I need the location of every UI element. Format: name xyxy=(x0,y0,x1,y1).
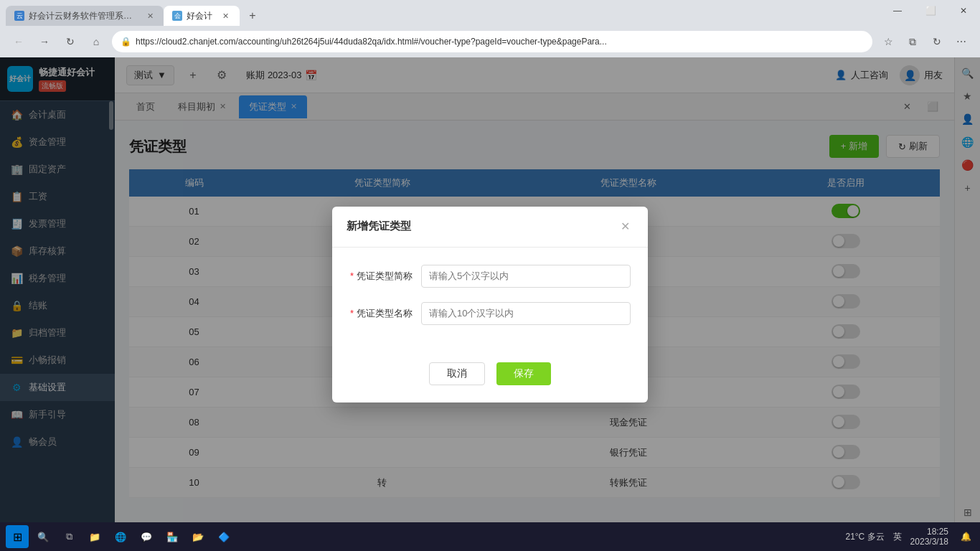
dialog-new-voucher-type: 新增凭证类型 ✕ *凭证类型简称 *凭证类型名称 取消 保存 xyxy=(332,207,648,402)
weather-info: 21°C 多云 xyxy=(845,531,884,543)
dialog-body: *凭证类型简称 *凭证类型名称 xyxy=(332,248,648,351)
dialog-close-button[interactable]: ✕ xyxy=(616,218,633,235)
cancel-button[interactable]: 取消 xyxy=(429,362,485,385)
tab-favicon-1: 云 xyxy=(14,11,24,21)
clock[interactable]: 18:25 2023/3/18 xyxy=(910,527,948,547)
start-button[interactable]: ⊞ xyxy=(6,525,29,548)
dialog-header: 新增凭证类型 ✕ xyxy=(332,207,648,248)
forward-button[interactable]: → xyxy=(34,32,55,52)
reload-button[interactable]: ↻ xyxy=(60,32,80,52)
notification-area[interactable]: 🔔 xyxy=(957,528,974,545)
windows-icon: ⊞ xyxy=(13,530,22,544)
form-row-abbr: *凭证类型简称 xyxy=(349,265,631,288)
date-display: 2023/3/18 xyxy=(910,537,948,547)
chrome-taskbar-button[interactable]: 🌐 xyxy=(109,525,132,548)
name-label: *凭证类型名称 xyxy=(349,307,421,320)
extensions-icon[interactable]: ⧉ xyxy=(903,32,923,52)
tab-close-1[interactable]: ✕ xyxy=(145,10,155,22)
new-tab-button[interactable]: + xyxy=(242,6,263,26)
dialog-overlay: 新增凭证类型 ✕ *凭证类型简称 *凭证类型名称 取消 保存 xyxy=(0,57,980,551)
folder-taskbar-button[interactable]: 📂 xyxy=(187,525,209,548)
lang-indicator: 英 xyxy=(893,531,902,543)
name-input[interactable] xyxy=(421,302,631,325)
address-bar[interactable]: 🔒 https://cloud2.chanjet.com/accounting/… xyxy=(112,31,872,52)
task-view-button[interactable]: ⧉ xyxy=(57,525,80,548)
abbr-label: *凭证类型简称 xyxy=(349,270,421,283)
abbr-required-mark: * xyxy=(350,270,354,281)
browser-tab-1[interactable]: 云 好会计云财务软件管理系统_会计 ✕ xyxy=(6,6,164,26)
tab-label-1: 好会计云财务软件管理系统_会计 xyxy=(29,10,138,22)
search-taskbar-button[interactable]: 🔍 xyxy=(32,525,55,548)
abbr-input[interactable] xyxy=(421,265,631,288)
tab-label-2: 好会计 xyxy=(187,10,212,22)
tab-close-2[interactable]: ✕ xyxy=(220,10,231,22)
time-display: 18:25 xyxy=(910,527,948,537)
address-text: https://cloud2.chanjet.com/accounting/uh… xyxy=(136,37,864,47)
dialog-footer: 取消 保存 xyxy=(332,351,648,402)
close-button[interactable]: ✕ xyxy=(947,0,980,22)
back-button[interactable]: ← xyxy=(9,32,29,52)
favorites-icon[interactable]: ☆ xyxy=(878,32,898,52)
browser-tab-2[interactable]: 会 好会计 ✕ xyxy=(164,6,240,26)
edge-taskbar-button[interactable]: 🔷 xyxy=(212,525,235,548)
app-store-taskbar-button[interactable]: 🏪 xyxy=(161,525,184,548)
taskbar: ⊞ 🔍 ⧉ 📁 🌐 💬 🏪 📂 🔷 21°C 多云 英 18:25 2023/3… xyxy=(0,522,980,551)
wechat-taskbar-button[interactable]: 💬 xyxy=(135,525,158,548)
refresh-page-icon[interactable]: ↻ xyxy=(927,32,947,52)
form-row-name: *凭证类型名称 xyxy=(349,302,631,325)
minimize-button[interactable]: — xyxy=(881,0,914,22)
browser-settings-icon[interactable]: ⋯ xyxy=(951,32,971,52)
tab-favicon-2: 会 xyxy=(172,11,182,21)
name-required-mark: * xyxy=(350,308,354,319)
dialog-title: 新增凭证类型 xyxy=(347,220,411,233)
lock-icon: 🔒 xyxy=(121,37,131,47)
save-button[interactable]: 保存 xyxy=(496,362,551,385)
home-button[interactable]: ⌂ xyxy=(86,32,106,52)
maximize-button[interactable]: ⬜ xyxy=(914,0,947,22)
file-explorer-button[interactable]: 📁 xyxy=(83,525,106,548)
